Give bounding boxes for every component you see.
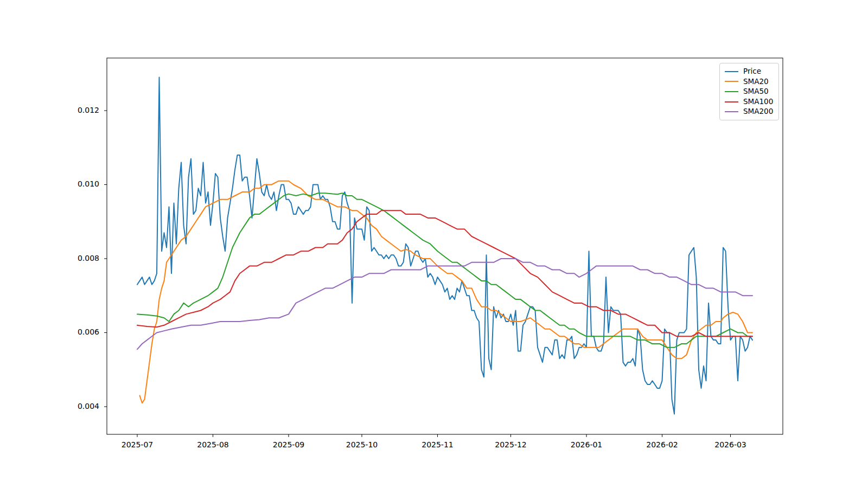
x-tick-label: 2025-09 xyxy=(267,440,310,449)
x-tick-label: 2025-10 xyxy=(340,440,384,449)
x-tick-label: 2025-07 xyxy=(116,440,159,449)
x-tick-label: 2025-08 xyxy=(191,440,234,449)
x-tick-label: 2025-12 xyxy=(489,440,533,449)
legend-label: SMA20 xyxy=(743,78,769,86)
legend-label: SMA50 xyxy=(743,88,769,95)
legend-line-swatch xyxy=(725,71,738,72)
legend: PriceSMA20SMA50SMA100SMA200 xyxy=(719,63,779,120)
y-tick-label: 0.004 xyxy=(61,402,99,410)
legend-line-swatch xyxy=(725,91,738,92)
legend-label: SMA100 xyxy=(743,98,773,106)
y-tick-label: 0.012 xyxy=(61,106,99,114)
series-line-sma50 xyxy=(137,193,752,348)
legend-entry-sma100: SMA100 xyxy=(725,98,774,106)
series-line-sma20 xyxy=(140,181,753,403)
y-tick-label: 0.010 xyxy=(61,179,99,188)
legend-entry-sma200: SMA200 xyxy=(725,108,774,115)
x-tick-label: 2025-11 xyxy=(416,440,459,449)
plot-border xyxy=(107,58,783,434)
series-line-price xyxy=(137,78,752,414)
x-tick-label: 2026-03 xyxy=(709,440,752,449)
x-tick-label: 2026-01 xyxy=(565,440,608,449)
y-tick-label: 0.006 xyxy=(61,328,99,336)
legend-entry-sma50: SMA50 xyxy=(725,88,774,95)
x-tick-label: 2026-02 xyxy=(641,440,684,449)
legend-label: SMA200 xyxy=(743,108,773,115)
figure: PriceSMA20SMA50SMA100SMA200 2025-072025-… xyxy=(0,0,868,488)
legend-label: Price xyxy=(743,68,761,75)
y-tick-label: 0.008 xyxy=(61,254,99,262)
legend-entry-price: Price xyxy=(725,68,774,75)
legend-line-swatch xyxy=(725,81,738,82)
legend-line-swatch xyxy=(725,101,738,102)
legend-line-swatch xyxy=(725,111,738,112)
legend-entry-sma20: SMA20 xyxy=(725,78,774,86)
